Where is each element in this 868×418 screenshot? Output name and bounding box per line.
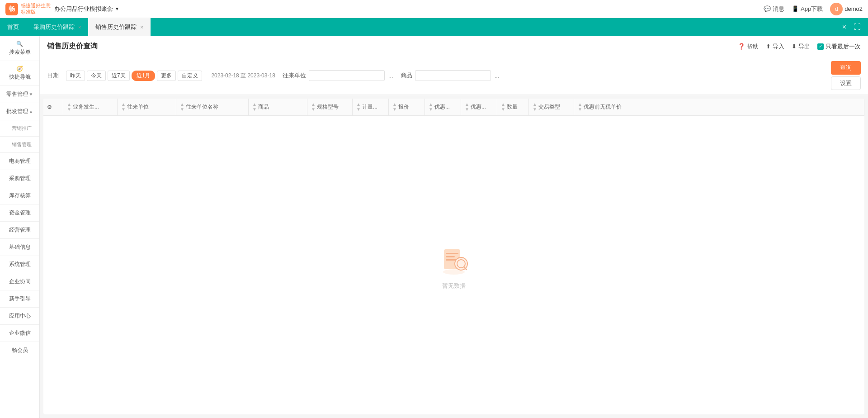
logo-text: 畅捷通好生意 标准版 [21,3,51,14]
app-download-action[interactable]: 📱 App下载 [792,5,823,13]
table-header: ⚙ ▲▼ 业务发生... ▲▼ 往来单位 ▲▼ 往来单位名称 ▲▼ 商品 [43,99,864,116]
sidebar: 🔍 搜索菜单 🧭 快捷导航 零售管理 ▼ 批发管理 ▲ 营销推广 销售管理 电商… [0,36,40,418]
sidebar-item-finance[interactable]: 资金管理 [0,204,39,222]
th-quote[interactable]: ▲▼ 报价 [389,99,425,115]
last1m-btn[interactable]: 近1月 [132,71,156,81]
sidebar-item-appcenter[interactable]: 应用中心 [0,308,39,325]
sidebar-item-purchase[interactable]: 采购管理 [0,170,39,187]
import-button[interactable]: ⬆ 导入 [766,43,784,51]
purchase-tab-close-icon[interactable]: × [78,24,81,30]
search-icon: 🔍 [16,41,23,47]
sidebar-item-quicknav[interactable]: 🧭 快捷导航 [0,61,39,86]
yesterday-btn[interactable]: 昨天 [66,71,85,81]
date-range: 2023-02-18 至 2023-03-18 [211,72,275,80]
th-product[interactable]: ▲▼ 商品 [249,99,307,115]
th-disc2[interactable]: ▲▼ 优惠... [461,99,497,115]
date-buttons: 昨天 今天 近7天 近1月 更多 自定义 [66,71,202,81]
disc2-sort-icon: ▲▼ [465,102,469,112]
sidebar-item-ecommerce[interactable]: 电商管理 [0,153,39,170]
avatar: d [830,3,843,15]
page-actions: ❓ 帮助 ⬆ 导入 ⬇ 导出 ✓ 只看最后一次 [738,43,861,51]
help-icon: ❓ [738,43,745,50]
partner-dots-icon[interactable]: ... [388,72,393,79]
username[interactable]: demo2 [844,5,863,12]
th-unit-name[interactable]: ▲▼ 往来单位名称 [176,99,249,115]
th-qty[interactable]: ▲▼ 数量 [497,99,529,115]
custom-btn[interactable]: 自定义 [178,71,202,81]
sidebar-item-system[interactable]: 系统管理 [0,256,39,273]
sidebar-item-basicinfo[interactable]: 基础信息 [0,239,39,256]
spec-sort-icon: ▲▼ [311,102,316,112]
unitname-sort-icon: ▲▼ [180,102,184,112]
table-container: ⚙ ▲▼ 业务发生... ▲▼ 往来单位 ▲▼ 往来单位名称 ▲▼ 商品 [43,99,864,414]
message-action[interactable]: 💬 消息 [764,5,784,13]
th-pretax[interactable]: ▲▼ 优惠前无税单价 [574,99,864,115]
content-area: 销售历史价查询 ❓ 帮助 ⬆ 导入 ⬇ 导出 ✓ [40,36,868,418]
th-date[interactable]: ▲▼ 业务发生... [63,99,118,115]
top-bar-left: 畅 畅捷通好生意 标准版 办公用品行业模拟账套 ▼ [5,3,119,15]
sidebar-item-wechat[interactable]: 企业微信 [0,325,39,342]
more-btn[interactable]: 更多 [157,71,176,81]
purchase-tab-label: 采购历史价跟踪 [33,23,75,31]
setting-button[interactable]: 设置 [831,76,861,90]
tab-purchase-history[interactable]: 采购历史价跟踪 × [26,18,88,36]
tab-sales-history[interactable]: 销售历史价跟踪 × [88,18,150,36]
top-bar: 畅 畅捷通好生意 标准版 办公用品行业模拟账套 ▼ 💬 消息 📱 App下载 d… [0,0,868,18]
logo-icon: 畅 [5,3,18,15]
product-dots-icon[interactable]: ... [495,72,500,79]
th-measure[interactable]: ▲▼ 计量... [353,99,389,115]
tab-bar: 首页 采购历史价跟踪 × 销售历史价跟踪 × × ⛶ [0,18,868,36]
product-sort-icon: ▲▼ [252,102,257,112]
svg-rect-2 [446,253,458,254]
export-button[interactable]: ⬇ 导出 [792,43,810,51]
logo-area[interactable]: 畅 畅捷通好生意 标准版 [5,3,51,15]
page-title: 销售历史价查询 [47,42,98,51]
help-button[interactable]: ❓ 帮助 [738,43,759,51]
sidebar-item-salesmgmt[interactable]: 销售管理 [0,137,39,153]
import-icon: ⬆ [766,43,771,50]
main-layout: 🔍 搜索菜单 🧭 快捷导航 零售管理 ▼ 批发管理 ▲ 营销推广 销售管理 电商… [0,36,868,418]
sidebar-item-marketing[interactable]: 营销推广 [0,120,39,137]
th-unit-id[interactable]: ▲▼ 往来单位 [118,99,176,115]
export-icon: ⬇ [792,43,797,50]
sales-tab-label: 销售历史价跟踪 [95,23,137,31]
th-disc1[interactable]: ▲▼ 优惠... [425,99,461,115]
product-input[interactable] [415,70,491,81]
query-button[interactable]: 查询 [831,61,861,75]
th-spec[interactable]: ▲▼ 规格型号 [307,99,353,115]
empty-icon [436,240,472,276]
sales-tab-close-icon[interactable]: × [140,24,143,30]
fullscreen-btn[interactable]: ⛶ [852,21,863,33]
th-gear[interactable]: ⚙ [43,100,63,114]
retail-arrow-icon: ▼ [29,92,33,97]
phone-icon: 📱 [792,5,799,12]
sidebar-item-inventory[interactable]: 库存核算 [0,187,39,204]
tab-bar-actions: × ⛶ [840,21,868,33]
title-chevron-icon: ▼ [115,6,119,11]
query-actions: 查询 设置 [831,61,861,90]
only-last-checkbox-area[interactable]: ✓ 只看最后一次 [817,43,861,51]
gear-icon[interactable]: ⚙ [47,104,52,110]
close-window-btn[interactable]: × [840,21,848,33]
sidebar-item-member[interactable]: 畅会员 [0,342,39,359]
qty-sort-icon: ▲▼ [501,102,505,112]
sidebar-item-guide[interactable]: 新手引导 [0,290,39,308]
date-sort-icon: ▲▼ [67,102,71,112]
measure-sort-icon: ▲▼ [356,102,361,112]
tab-home[interactable]: 首页 [0,18,26,36]
today-btn[interactable]: 今天 [87,71,106,81]
sidebar-item-retail[interactable]: 零售管理 ▼ [0,86,39,103]
th-trade-type[interactable]: ▲▼ 交易类型 [529,99,574,115]
sidebar-item-cooperation[interactable]: 企业协同 [0,273,39,290]
last7-btn[interactable]: 近7天 [108,71,130,81]
sidebar-item-search[interactable]: 🔍 搜索菜单 [0,36,39,61]
message-icon: 💬 [764,5,771,12]
nav-icon: 🧭 [16,66,23,72]
top-bar-right: 💬 消息 📱 App下载 d demo2 [764,3,863,15]
only-last-checkbox[interactable]: ✓ [817,43,824,50]
partner-input[interactable] [309,70,385,81]
sidebar-item-wholesale[interactable]: 批发管理 ▲ [0,103,39,120]
app-title[interactable]: 办公用品行业模拟账套 ▼ [54,5,119,13]
user-area[interactable]: d demo2 [830,3,863,15]
sidebar-item-operations[interactable]: 经营管理 [0,222,39,239]
